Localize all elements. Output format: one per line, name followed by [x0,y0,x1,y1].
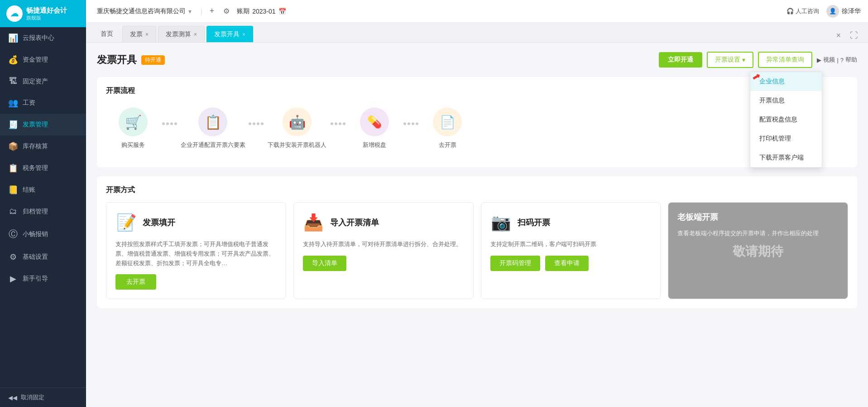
sidebar-item-gudingzichan[interactable]: 🏗 固定资产 [0,71,86,92]
activate-button[interactable]: 立即开通 [659,52,702,68]
help-label: 帮助 [845,56,857,64]
sidebar-item-xinshou[interactable]: ▶ 新手引导 [0,268,86,290]
company-selector[interactable]: 重庆畅捷交通信息咨询有限公司 ▾ [93,5,195,17]
dot [253,122,255,125]
dropdown-item-invoice-info[interactable]: 开票信息 [750,91,822,110]
tab-fapiaokaiju-close[interactable]: × [242,31,245,38]
shuiwu-icon: 📋 [8,163,18,173]
dropdown-item-printer[interactable]: 打印机管理 [750,129,822,148]
tab-fapiaokaiju[interactable]: 发票开具 × [206,26,253,42]
method-cards: 📝 发票填开 支持按照发票样式手工填开发票；可开具增值税电子普通发票、增值税普通… [106,202,848,299]
sidebar-label-guidang: 归档管理 [23,208,48,216]
cancel-pin-label: 取消固定 [21,393,44,402]
logo-icon: ☁ [6,5,23,22]
sidebar-label-fapiao: 发票管理 [23,121,48,129]
qr-manage-button[interactable]: 开票码管理 [490,256,540,271]
sidebar-item-xiaochangbaoxiao[interactable]: Ⓒ 小畅报销 [0,222,86,246]
add-company-button[interactable]: + [208,5,216,18]
sidebar-item-shuiwu[interactable]: 📋 税务管理 [0,157,86,179]
dot [412,122,414,125]
sidebar-item-fapiao[interactable]: 🧾 发票管理 [0,114,86,136]
human-service-button[interactable]: 🎧 人工咨询 [786,7,819,15]
import-btn-area: 导入清单 [303,256,464,271]
process-step-config: 📋 企业开通配置开票六要素 [179,107,247,149]
dot [174,122,177,125]
service-label: 人工咨询 [796,7,819,15]
sidebar-item-gongzi[interactable]: 👥 工资 [0,92,86,114]
dropdown-tax-disk-label: 配置税盘信息 [759,116,797,123]
scan-btn-area: 开票码管理 查看申请 [490,256,652,271]
settings-gear-icon[interactable]: ⚙ [221,5,231,17]
dropdown-item-download-client[interactable]: 下载开票客户端 [750,148,822,167]
sidebar-label-xiaochangbaoxiao: 小畅报销 [23,230,48,238]
fill-icon: 📝 [115,212,137,233]
sidebar-label-xinshou: 新手引导 [23,275,48,283]
process-step-invoice: 📄 去开票 [420,107,475,149]
sidebar-item-guidang[interactable]: 🗂 归档管理 [0,201,86,222]
zijin-icon: 💰 [8,55,18,65]
tab-close-button[interactable]: × [833,29,844,42]
dropdown-item-company-info[interactable]: 企业信息 [750,72,822,91]
process-step-download: 🤖 下载并安装开票机器人 [265,107,329,149]
sidebar-item-kucun[interactable]: 📦 库存核算 [0,136,86,157]
tab-expand-button[interactable]: ⛶ [847,29,861,42]
tab-home[interactable]: 首页 [93,26,120,42]
company-name: 重庆畅捷交通信息咨询有限公司 [97,7,186,15]
yunbao-icon: 📊 [8,33,18,43]
headset-icon: 🎧 [786,8,794,15]
process-step-taxdisk: 💊 新增税盘 [347,107,402,149]
fill-go-button[interactable]: 去开票 [115,274,156,290]
sidebar-label-zijin: 资金管理 [23,56,48,64]
invoice-icon: 📄 [433,107,462,136]
scan-title: 扫码开票 [518,217,550,228]
fill-btn-area: 去开票 [115,274,277,290]
import-desc: 支持导入待开票清单，可对待开票清单进行拆分、合并处理。 [303,240,464,249]
video-help-button[interactable]: ▶ 视频 | ? 帮助 [817,56,857,64]
process-step-buy: 🛒 购买服务 [106,107,160,149]
tab-fapiao[interactable]: 发票 × [122,26,156,42]
period-value: 2023-01 [252,8,275,15]
tab-fapiao-close[interactable]: × [145,31,149,38]
fill-title: 发票填开 [143,217,175,228]
sidebar-label-jiezhang: 结账 [23,186,35,194]
view-apply-button[interactable]: 查看申请 [545,256,589,271]
main: 重庆畅捷交通信息咨询有限公司 ▾ | + ⚙ 账期 2023-01 📅 🎧 人工… [86,0,868,407]
tab-fapiaosuanfa[interactable]: 发票测算 × [158,26,205,42]
page-content: 发票开具 待开通 立即开通 开票设置 ▾ 企业信息 [86,43,868,407]
avatar: 👤 [826,5,839,18]
tab-fapiaosuanfa-label: 发票测算 [166,30,191,39]
import-list-button[interactable]: 导入清单 [303,256,346,271]
method-card-boss: 老板端开票 查看老板端小程序提交的开票申请，并作出相应的处理 敬请期待 [668,202,848,299]
taxdisk-label: 新增税盘 [363,141,386,149]
abnormal-list-button[interactable]: 异常清单查询 [758,52,812,68]
tab-fapiaosuanfa-close[interactable]: × [194,31,197,38]
sidebar-item-jiezhang[interactable]: 📒 结账 [0,179,86,201]
play-icon: ▶ [817,57,821,63]
dot [261,122,264,125]
buy-service-icon: 🛒 [119,107,148,136]
sidebar-item-yunbao[interactable]: 📊 云报表中心 [0,27,86,49]
user-menu[interactable]: 👤 徐泽华 [826,5,861,18]
dot [403,122,406,125]
topbar-right: 🎧 人工咨询 👤 徐泽华 [786,5,861,18]
sidebar-bottom-cancel[interactable]: ◀◀ 取消固定 [0,388,86,407]
process-title: 开票流程 [106,86,848,96]
topbar: 重庆畅捷交通信息咨询有限公司 ▾ | + ⚙ 账期 2023-01 📅 🎧 人工… [86,0,868,23]
dot [339,122,341,125]
cancel-pin-icon: ◀◀ [8,394,17,401]
sidebar-item-jichushezhi[interactable]: ⚙ 基础设置 [0,246,86,268]
download-icon: 🤖 [283,107,312,136]
period-calendar-icon[interactable]: 📅 [278,8,286,15]
settings-button[interactable]: 开票设置 ▾ [707,52,753,68]
process-flow: 🛒 购买服务 📋 企业开通配置开票六要素 [106,103,848,158]
settings-dropdown-icon: ▾ [742,56,745,63]
page-title-area: 发票开具 待开通 [97,53,165,67]
dropdown-item-tax-disk[interactable]: 配置税盘信息 [750,110,822,129]
sidebar-item-zijin[interactable]: 💰 资金管理 [0,49,86,71]
company-dropdown-icon: ▾ [188,8,192,15]
methods-title: 开票方式 [106,185,848,195]
question-icon: ? [840,57,844,63]
fill-desc: 支持按照发票样式手工填开发票；可开具增值税电子普通发票、增值税普通发票、增值税专… [115,240,277,268]
sidebar-label-gudingzichan: 固定资产 [23,78,48,86]
process-section: 开票流程 🛒 购买服务 📋 [97,77,857,167]
